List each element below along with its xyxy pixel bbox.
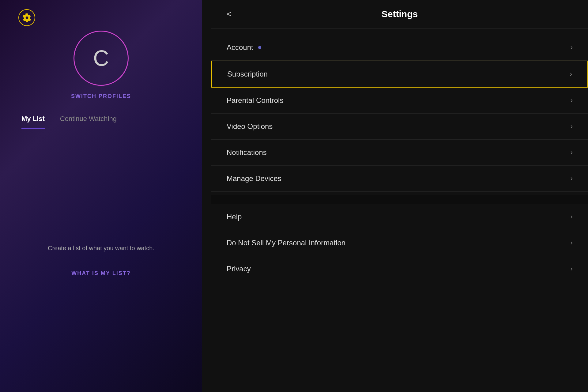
account-notification-dot <box>258 46 261 49</box>
settings-item-notifications[interactable]: Notifications › <box>211 140 588 166</box>
chevron-right-icon: › <box>571 149 573 156</box>
settings-header: < Settings <box>211 0 588 28</box>
panel-divider <box>202 0 211 392</box>
gear-icon <box>22 13 32 22</box>
back-button[interactable]: < <box>227 9 232 19</box>
settings-section-secondary: Help › Do Not Sell My Personal Informati… <box>211 204 588 282</box>
chevron-right-icon: › <box>570 70 572 78</box>
chevron-right-icon: › <box>571 175 573 183</box>
left-panel: C SWITCH PROFILES My List Continue Watch… <box>0 0 202 392</box>
settings-item-parental-controls[interactable]: Parental Controls › <box>211 88 588 114</box>
settings-section-main: Account › Subscription › Parental Contro… <box>211 35 588 192</box>
empty-list-text: Create a list of what you want to watch. <box>48 245 154 252</box>
what-is-my-list-button[interactable]: WHAT IS MY LIST? <box>71 270 130 277</box>
switch-profiles-button[interactable]: SWITCH PROFILES <box>71 93 131 100</box>
avatar: C <box>74 31 129 86</box>
tab-my-list[interactable]: My List <box>21 115 45 125</box>
right-panel: < Settings Account › Subscription › Pa <box>211 0 588 392</box>
empty-list-area: Create a list of what you want to watch.… <box>36 129 167 392</box>
settings-item-help[interactable]: Help › <box>211 204 588 230</box>
settings-item-video-options[interactable]: Video Options › <box>211 114 588 140</box>
chevron-right-icon: › <box>571 123 573 130</box>
settings-item-privacy[interactable]: Privacy › <box>211 256 588 282</box>
settings-item-account[interactable]: Account › <box>211 35 588 61</box>
settings-item-subscription[interactable]: Subscription › <box>211 61 588 88</box>
section-gap <box>211 195 588 204</box>
gear-icon-button[interactable] <box>18 9 35 26</box>
chevron-right-icon: › <box>571 213 573 221</box>
tabs-container: My List Continue Watching <box>0 115 202 129</box>
settings-item-do-not-sell[interactable]: Do Not Sell My Personal Information › <box>211 230 588 256</box>
chevron-right-icon: › <box>571 96 573 104</box>
settings-item-manage-devices[interactable]: Manage Devices › <box>211 166 588 192</box>
settings-list: Account › Subscription › Parental Contro… <box>211 28 588 392</box>
settings-title: Settings <box>382 9 418 19</box>
chevron-right-icon: › <box>571 265 573 273</box>
chevron-right-icon: › <box>571 43 573 51</box>
chevron-right-icon: › <box>571 239 573 247</box>
tab-continue-watching[interactable]: Continue Watching <box>60 115 117 125</box>
avatar-letter: C <box>93 46 109 71</box>
